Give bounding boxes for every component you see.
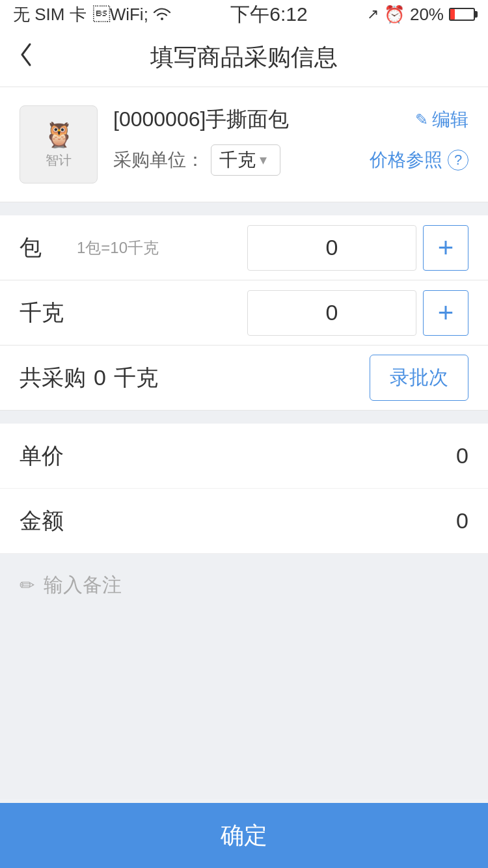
notes-icon: ✏ bbox=[20, 575, 34, 596]
product-name: [0000006]手撕面包 bbox=[113, 105, 289, 134]
unit-dropdown-icon: ▾ bbox=[260, 152, 267, 169]
input-section: 包 1包=10千克 0 + 千克 0 + 共采购0千克 录批次 bbox=[0, 215, 488, 411]
product-image: 🦉 智计 bbox=[20, 105, 98, 183]
notes-section[interactable]: ✏ 输入备注 bbox=[0, 554, 488, 617]
status-time: 下午6:12 bbox=[230, 1, 307, 28]
kg-label: 千克 bbox=[20, 298, 72, 328]
unit-value: 千克 bbox=[219, 148, 256, 172]
bag-value: 0 bbox=[326, 235, 338, 260]
wifi-icon: WiFi; bbox=[93, 5, 171, 25]
product-info: [0000006]手撕面包 ✎ 编辑 采购单位： 千克 ▾ 价格参照 ? bbox=[113, 105, 468, 176]
empty-content-area bbox=[0, 617, 488, 799]
location-icon: ↗ bbox=[367, 6, 379, 23]
bag-input-row: 包 1包=10千克 0 + bbox=[0, 215, 488, 280]
bag-sublabel: 1包=10千克 bbox=[77, 237, 159, 258]
bag-label: 包 bbox=[20, 233, 72, 263]
page-title: 填写商品采购信息 bbox=[150, 42, 338, 74]
kg-input-row: 千克 0 + bbox=[0, 280, 488, 346]
unit-label: 采购单位： 千克 ▾ bbox=[113, 144, 280, 176]
record-batch-button[interactable]: 录批次 bbox=[370, 355, 468, 401]
unit-prefix: 采购单位： bbox=[113, 148, 204, 172]
confirm-button[interactable]: 确定 bbox=[0, 803, 488, 868]
detail-section: 单价 0 金额 0 bbox=[0, 424, 488, 554]
edit-icon: ✎ bbox=[415, 111, 428, 129]
alarm-icon: ⏰ bbox=[384, 5, 405, 25]
section-divider-1 bbox=[0, 202, 488, 215]
status-right: ↗ ⏰ 20% bbox=[367, 5, 475, 25]
price-value: 0 bbox=[456, 443, 468, 468]
kg-value: 0 bbox=[326, 300, 338, 325]
kg-input[interactable]: 0 bbox=[247, 290, 416, 336]
product-image-icon: 🦉 bbox=[44, 120, 74, 149]
section-divider-2 bbox=[0, 411, 488, 424]
edit-label: 编辑 bbox=[432, 107, 468, 132]
back-button[interactable] bbox=[18, 42, 34, 74]
edit-button[interactable]: ✎ 编辑 bbox=[415, 107, 468, 132]
product-image-label: 智计 bbox=[46, 152, 72, 169]
price-label: 单价 bbox=[20, 441, 64, 471]
kg-plus-button[interactable]: + bbox=[423, 290, 468, 336]
price-ref-label: 价格参照 bbox=[370, 148, 442, 172]
battery-icon bbox=[449, 8, 475, 21]
nav-bar: 填写商品采购信息 bbox=[0, 29, 488, 87]
bag-plus-button[interactable]: + bbox=[423, 225, 468, 271]
price-ref-icon: ? bbox=[448, 150, 468, 170]
unit-select[interactable]: 千克 ▾ bbox=[211, 144, 280, 176]
total-value: 0 bbox=[94, 365, 106, 390]
amount-label: 金额 bbox=[20, 506, 64, 536]
battery-percent: 20% bbox=[410, 5, 444, 25]
amount-row: 金额 0 bbox=[0, 489, 488, 554]
amount-value: 0 bbox=[456, 508, 468, 534]
status-left: 无 SIM 卡 WiFi; bbox=[13, 3, 171, 26]
price-row: 单价 0 bbox=[0, 424, 488, 489]
total-label: 共采购0千克 bbox=[20, 363, 158, 393]
product-meta: 采购单位： 千克 ▾ 价格参照 ? bbox=[113, 144, 468, 176]
price-ref-button[interactable]: 价格参照 ? bbox=[370, 148, 468, 172]
notes-placeholder: 输入备注 bbox=[44, 572, 122, 599]
sim-text: 无 SIM 卡 bbox=[13, 3, 87, 26]
product-header: [0000006]手撕面包 ✎ 编辑 bbox=[113, 105, 468, 134]
total-prefix: 共采购 bbox=[20, 365, 86, 390]
total-unit: 千克 bbox=[114, 365, 158, 390]
total-row: 共采购0千克 录批次 bbox=[0, 346, 488, 411]
bag-input[interactable]: 0 bbox=[247, 225, 416, 271]
status-bar: 无 SIM 卡 WiFi; 下午6:12 ↗ ⏰ 20% bbox=[0, 0, 488, 29]
product-card: 🦉 智计 [0000006]手撕面包 ✎ 编辑 采购单位： 千克 ▾ 价格参照 … bbox=[0, 87, 488, 202]
